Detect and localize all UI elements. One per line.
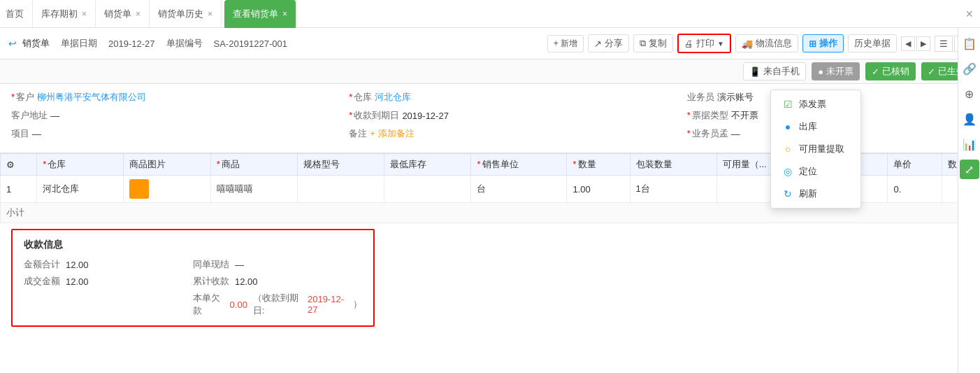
doc-date-value: 2019-12-27	[108, 38, 155, 49]
doc-meta: 单据日期 2019-12-27 单据编号 SA-20191227-001	[61, 37, 287, 50]
sidebar-add-icon[interactable]: ⊕	[960, 84, 979, 104]
cell-unit: 台	[471, 176, 567, 203]
deal-amount-value: 12.00	[66, 276, 89, 287]
check-off-button[interactable]: ✓ 已核销	[865, 62, 916, 80]
share-icon: ↗	[594, 38, 602, 49]
copy-button[interactable]: ⧉ 复制	[633, 34, 673, 52]
print-dropdown-arrow: ▼	[717, 40, 724, 48]
nav-prev-button[interactable]: ◀	[901, 36, 915, 51]
due-date-field: *收款到期日 2019-12-27	[349, 109, 630, 122]
cell-pack-qty: 1台	[630, 176, 716, 203]
refresh-icon: ↻	[782, 188, 793, 199]
doc-header: ↩ 销货单 单据日期 2019-12-27 单据编号 SA-20191227-0…	[0, 28, 980, 59]
add-remark-btn[interactable]: + 添加备注	[370, 127, 426, 140]
cell-no: 1	[1, 176, 37, 203]
not-open-ticket-button[interactable]: ● 未开票	[812, 62, 860, 80]
col-unit: *销售单位	[471, 154, 567, 176]
from-mobile-button[interactable]: 📱 来自手机	[743, 62, 806, 80]
dropdown-add-invoice[interactable]: ☑ 添发票	[771, 93, 860, 115]
new-button[interactable]: + 新增	[547, 35, 584, 52]
due-date-value: 2019-12-27	[402, 111, 458, 121]
customer-value[interactable]: 柳州粤港平安气体有限公司	[37, 91, 146, 104]
payment-title: 收款信息	[24, 239, 362, 251]
cumulative-item: 累计收款 12.00	[193, 275, 362, 288]
operate-button[interactable]: ⊞ 操作	[802, 34, 844, 52]
locate-icon: ◎	[782, 166, 793, 177]
doc-title-area: ↩ 销货单	[8, 37, 50, 50]
tab-bar: 首页 库存期初 × 销货单 × 销货单历史 × 查看销货单 × ×	[0, 0, 980, 28]
effective-icon: ✓	[928, 66, 935, 77]
address-value: —	[50, 111, 106, 121]
tab-home[interactable]: 首页	[6, 0, 33, 28]
project-field: 项目 —	[11, 127, 293, 140]
tab-sales-order[interactable]: 销货单 ×	[96, 0, 150, 28]
deal-amount-item: 成交金额 12.00	[24, 275, 193, 288]
dropdown-available-extract[interactable]: ○ 可用量提取	[771, 138, 860, 160]
product-image	[129, 179, 149, 199]
payment-section: 收款信息 金额合计 12.00 同单现结 — 成交金额 12.00 累计收款 1…	[11, 229, 375, 327]
cumulative-value: 12.00	[235, 276, 258, 287]
doc-actions: + 新增 ↗ 分享 ⧉ 复制 🖨 打印 ▼ 🚚 物流信息	[547, 34, 972, 53]
payment-grid: 金额合计 12.00 同单现结 — 成交金额 12.00 累计收款 12.00 …	[24, 258, 362, 317]
doc-type-icon: ↩	[8, 38, 17, 49]
sidebar-expand-icon[interactable]: ⤢	[960, 160, 979, 179]
print-button[interactable]: 🖨 打印 ▼	[677, 34, 731, 53]
sidebar-link-icon[interactable]: 🔗	[960, 59, 979, 78]
view-list-button[interactable]: ☰	[935, 36, 953, 52]
due-date-note: 2019-12-27	[308, 294, 347, 315]
cell-warehouse: 河北仓库	[37, 176, 124, 203]
warehouse-value[interactable]: 河北仓库	[375, 91, 431, 104]
check-icon: ✓	[872, 66, 879, 77]
remark-field: 备注 + 添加备注	[349, 127, 630, 140]
col-pack-qty: 包装数量	[630, 154, 716, 176]
tab-close-view-sales-order[interactable]: ×	[282, 9, 287, 19]
col-warehouse: *仓库	[37, 154, 124, 176]
logistics-button[interactable]: 🚚 物流信息	[735, 34, 798, 52]
cell-price: 0.	[888, 176, 942, 203]
warehouse-field: *仓库 河北仓库	[349, 91, 630, 104]
available-icon: ○	[782, 143, 793, 155]
tab-close-inventory-init[interactable]: ×	[82, 9, 87, 19]
status-bar: 📱 来自手机 ● 未开票 ✓ 已核销 ✓ 已生效	[0, 59, 980, 84]
sidebar-user-icon[interactable]: 👤	[960, 109, 979, 129]
ticket-icon: ●	[818, 66, 823, 77]
tab-inventory-init[interactable]: 库存期初 ×	[33, 0, 96, 28]
sidebar-clipboard-icon[interactable]: 📋	[960, 34, 979, 53]
out-warehouse-icon: ●	[782, 121, 793, 132]
logistics-icon: 🚚	[742, 38, 753, 49]
staff-label: 业务员	[687, 91, 714, 104]
main-content: ↩ 销货单 单据日期 2019-12-27 单据编号 SA-20191227-0…	[0, 28, 980, 373]
share-button[interactable]: ↗ 分享	[588, 34, 629, 52]
total-amount-item: 金额合计 12.00	[24, 258, 193, 271]
add-invoice-icon: ☑	[782, 99, 793, 110]
col-qty: *数量	[567, 154, 630, 176]
cell-img	[124, 176, 210, 203]
nav-arrows: ◀ ▶	[901, 36, 930, 51]
tab-close-sales-order[interactable]: ×	[136, 9, 140, 19]
total-amount-value: 12.00	[66, 260, 89, 270]
doc-type-label: 销货单	[22, 37, 50, 50]
cell-qty: 1.00	[567, 176, 630, 203]
mobile-icon: 📱	[749, 66, 761, 77]
doc-number-label: 单据编号	[166, 37, 203, 50]
address-field: 客户地址 —	[11, 109, 293, 122]
tab-sales-history[interactable]: 销货单历史 ×	[150, 0, 222, 28]
dropdown-menu: ☑ 添发票 ● 出库 ○ 可用量提取 ◎ 定位 ↻ 刷新	[770, 90, 861, 209]
history-button[interactable]: 历史单据	[848, 34, 897, 52]
tab-close-sales-history[interactable]: ×	[208, 9, 212, 19]
dropdown-locate[interactable]: ◎ 定位	[771, 160, 860, 183]
nav-next-button[interactable]: ▶	[916, 36, 930, 51]
operate-icon: ⊞	[809, 38, 816, 49]
print-icon: 🖨	[684, 38, 693, 49]
dropdown-out-warehouse[interactable]: ● 出库	[771, 115, 860, 138]
sidebar-chart-icon[interactable]: 📊	[960, 134, 979, 154]
col-settings: ⚙	[1, 154, 37, 176]
cell-spec	[297, 176, 384, 203]
dropdown-refresh[interactable]: ↻ 刷新	[771, 183, 860, 205]
tab-view-sales-order[interactable]: 查看销货单 ×	[224, 0, 296, 28]
right-sidebar: 📋 🔗 ⊕ 👤 📊 ⤢	[958, 28, 980, 373]
customer-field: *客户 柳州粤港平安气体有限公司	[11, 91, 293, 104]
window-close-button[interactable]: ×	[965, 6, 973, 21]
owed-value: 0.00	[230, 300, 247, 310]
doc-number-value: SA-20191227-001	[214, 38, 288, 49]
